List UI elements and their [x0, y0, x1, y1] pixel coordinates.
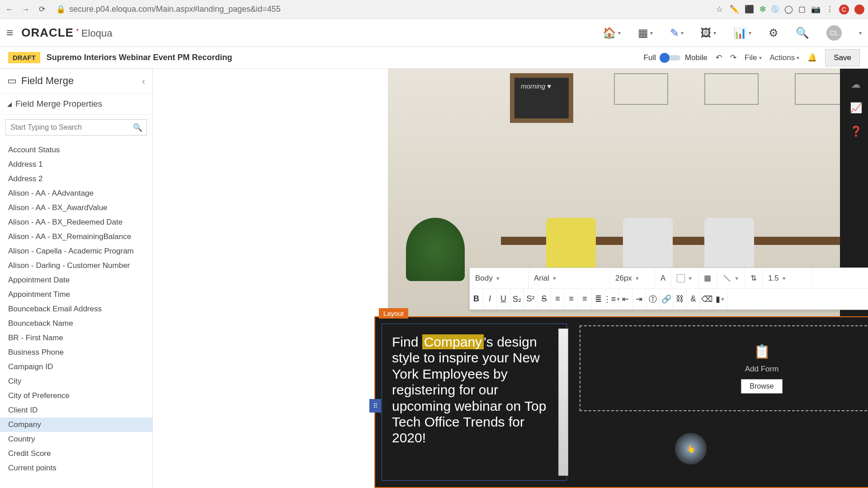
subscript-icon[interactable]: S₂ — [510, 289, 524, 309]
bold-icon[interactable]: B — [470, 289, 483, 309]
field-item[interactable]: Account Status — [0, 143, 152, 157]
form-dropzone[interactable]: 📋 Add Form Browse — [580, 325, 868, 411]
ext-icon[interactable]: ▢ — [798, 5, 806, 14]
bullet-list-icon[interactable]: ⋮≡▼ — [605, 289, 619, 309]
ext-icon[interactable]: Ⓢ — [771, 4, 779, 14]
help-icon[interactable]: ❓ — [847, 123, 864, 140]
search-icon[interactable]: 🔍 — [796, 27, 809, 39]
lineheight-select[interactable]: 1.5▼ — [763, 268, 812, 288]
toggle-track[interactable] — [660, 55, 680, 61]
browse-button[interactable]: Browse — [741, 379, 782, 394]
drag-handle-icon[interactable]: ⠿ — [369, 399, 381, 413]
field-item[interactable]: Address 2 — [0, 172, 152, 186]
field-item[interactable]: City of Preference — [0, 389, 152, 403]
field-item[interactable]: Current points — [0, 461, 152, 475]
field-item[interactable]: Bounceback Email Address — [0, 302, 152, 316]
viewport-toggle[interactable]: Full Mobile — [644, 53, 708, 62]
field-item[interactable]: Alison - AA - AAdvantage — [0, 186, 152, 201]
field-item[interactable]: City — [0, 374, 152, 389]
unlink-icon[interactable]: ⛓ — [673, 289, 687, 309]
section-header[interactable]: ◢ Field Merge Properties — [0, 94, 152, 115]
field-item[interactable]: Alison - AA - BX_Redeemed Date — [0, 215, 152, 230]
italic-icon[interactable]: I — [483, 289, 497, 309]
field-item[interactable]: Alison - AA - BX_AwardValue — [0, 201, 152, 215]
size-select[interactable]: 26px▼ — [610, 268, 655, 288]
underline-icon[interactable]: U — [497, 289, 510, 309]
ext-icon[interactable]: 📷 — [811, 5, 821, 14]
field-merge-token[interactable]: Company — [422, 334, 484, 349]
settings-icon[interactable]: ⚙ — [769, 27, 778, 39]
reload-icon[interactable]: ⟳ — [36, 4, 48, 15]
actions-menu[interactable]: Actions ▾ — [770, 53, 800, 62]
nav-grid-icon[interactable]: ▦▾ — [638, 27, 653, 39]
field-item[interactable]: Campaign ID — [0, 360, 152, 374]
superscript-icon[interactable]: S² — [524, 289, 538, 309]
star-icon[interactable]: ☆ — [713, 4, 725, 15]
hamburger-icon[interactable]: ≡ — [6, 26, 13, 40]
fill-color-select[interactable]: ▼ — [671, 268, 698, 288]
text-block[interactable]: ⠿ Find Company's design style to inspire… — [382, 324, 567, 481]
ext-icon[interactable]: ◯ — [784, 5, 793, 14]
field-item[interactable]: Alison - Darling - Customer Number — [0, 258, 152, 273]
align-center-icon[interactable]: ≡ — [565, 289, 578, 309]
nav-chart-icon[interactable]: 📊▾ — [733, 27, 751, 39]
field-item[interactable]: Alison - AA - BX_RemainingBalance — [0, 230, 152, 244]
ext-icon[interactable] — [854, 5, 864, 14]
chart-icon[interactable]: 📈 — [847, 99, 864, 117]
field-item[interactable]: Alison - Capella - Academic Program — [0, 244, 152, 258]
outdent-icon[interactable]: ⇤ — [619, 289, 632, 309]
ext-icon[interactable]: ❇ — [760, 5, 766, 14]
field-item[interactable]: Company — [0, 418, 152, 432]
forward-icon[interactable]: → — [20, 4, 32, 15]
file-menu[interactable]: File ▾ — [745, 53, 761, 62]
profile-dot[interactable]: C — [839, 5, 849, 14]
indent-icon[interactable]: ⇥ — [632, 289, 646, 309]
field-item[interactable]: Appointment Date — [0, 273, 152, 287]
undo-icon[interactable]: ↶ — [716, 53, 722, 62]
save-button[interactable]: Save — [825, 49, 860, 66]
nav-image-icon[interactable]: 🖼▾ — [701, 27, 716, 39]
border-select[interactable]: ▼ — [717, 268, 745, 288]
search-input[interactable] — [5, 119, 147, 136]
align-right-icon[interactable]: ≡ — [578, 289, 592, 309]
ext-icon[interactable]: ⬛ — [745, 5, 754, 14]
redo-icon[interactable]: ↷ — [730, 53, 736, 62]
avatar-caret-icon[interactable]: ▾ — [859, 30, 862, 36]
clear-icon[interactable]: ⌫ — [700, 289, 714, 309]
field-item[interactable]: BR - First Name — [0, 331, 152, 345]
address-bar[interactable]: 🔒 secure.p04.eloqua.com/Main.aspx#landin… — [52, 5, 709, 14]
form-dropzone-label: Add Form — [745, 365, 779, 374]
strike-icon[interactable]: S — [538, 289, 551, 309]
field-item[interactable]: Credit Score — [0, 446, 152, 461]
field-item[interactable]: Business Phone — [0, 345, 152, 360]
nav-edit-icon[interactable]: ✎▾ — [670, 27, 684, 39]
lineheight-icon[interactable]: ⇅ — [745, 268, 763, 288]
field-list[interactable]: Account StatusAddress 1Address 2Alison -… — [0, 140, 152, 488]
nav-home-icon[interactable]: 🏠▾ — [603, 27, 621, 39]
link-icon[interactable]: 🔗 — [660, 289, 673, 309]
field-item[interactable]: Appointment Time — [0, 287, 152, 302]
field-item[interactable]: Country — [0, 432, 152, 446]
ext-icon[interactable]: ✏️ — [730, 5, 739, 14]
align-left-icon[interactable]: ≡ — [551, 289, 565, 309]
chevron-down-icon: ◢ — [7, 101, 12, 108]
field-item[interactable]: Bounceback Name — [0, 316, 152, 331]
more-icon[interactable]: ▮▼ — [714, 289, 727, 309]
ampersand-icon[interactable]: & — [687, 289, 700, 309]
avatar[interactable]: CL — [826, 25, 842, 41]
clear-format-icon[interactable]: Ⓣ — [646, 289, 660, 309]
bell-icon[interactable]: 🔔 — [807, 53, 817, 62]
field-item[interactable]: Address 1 — [0, 157, 152, 172]
style-select[interactable]: Body▼ — [470, 268, 528, 288]
layout-block[interactable]: ⠿ Find Company's design style to inspire… — [374, 316, 868, 488]
search-icon[interactable]: 🔍 — [133, 123, 142, 132]
ext-menu-icon[interactable]: ⋮ — [826, 5, 834, 14]
table-icon[interactable]: ▦ — [698, 268, 717, 288]
cloud-icon[interactable]: ☁ — [847, 76, 864, 93]
font-color-icon[interactable]: A — [655, 268, 671, 288]
field-item[interactable]: Client ID — [0, 403, 152, 418]
back-icon[interactable]: ← — [4, 4, 15, 15]
collapse-icon[interactable]: ‹ — [142, 76, 145, 86]
font-select[interactable]: Arial▼ — [528, 268, 610, 288]
heading-text[interactable]: Find Company's design style to inspire y… — [392, 334, 557, 446]
